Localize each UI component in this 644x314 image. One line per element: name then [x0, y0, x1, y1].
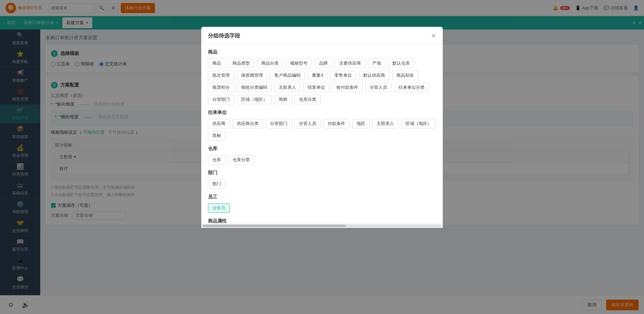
hscroll-thumb — [203, 225, 346, 227]
tag-goods-24[interactable]: 简称 — [274, 95, 292, 104]
tag-partner-6[interactable]: 主联系人 — [372, 119, 398, 128]
tag-goods-7[interactable]: 默认仓库 — [388, 59, 414, 68]
field-tags-partner: 供应商 供应商分类 分管部门 分管人员 付款条件 地区 主联系人 区域（地区） … — [208, 119, 436, 140]
tag-goods-16[interactable]: 税收分类编码 — [237, 83, 272, 92]
tag-employee-0[interactable]: 业务员 — [208, 203, 230, 213]
modal-overlay: 分组待选字段 ✕ 商品 商品 商品类型 商品分类 规格型号 品牌 主要供应商 产… — [0, 0, 644, 314]
modal-close-button[interactable]: ✕ — [431, 32, 436, 40]
tag-partner-1[interactable]: 供应商分类 — [232, 119, 263, 128]
tag-goods-0[interactable]: 商品 — [208, 59, 225, 68]
field-tags-employee: 业务员 — [208, 203, 436, 213]
tag-goods-18[interactable]: 结算单位 — [303, 83, 329, 92]
tag-goods-19[interactable]: 收付款条件 — [332, 83, 363, 92]
modal-hscrollbar[interactable] — [201, 224, 443, 228]
tag-partner-7[interactable]: 区域（地区） — [401, 119, 436, 128]
tag-goods-10[interactable]: 客户商品编码 — [270, 71, 305, 80]
tag-goods-20[interactable]: 分管人员 — [365, 83, 391, 92]
section-title-goods-attr: 商品属性 — [208, 218, 436, 224]
tag-goods-17[interactable]: 主联系人 — [274, 83, 301, 92]
tag-goods-12[interactable]: 零售单位 — [330, 71, 356, 80]
tag-goods-1[interactable]: 商品类型 — [228, 59, 254, 68]
tag-partner-0[interactable]: 供应商 — [208, 119, 230, 128]
tag-warehouse-1[interactable]: 仓库分类 — [228, 155, 254, 165]
tag-goods-15[interactable]: 拣货积分 — [208, 83, 234, 92]
hscroll-track — [203, 225, 441, 227]
field-tags-goods: 商品 商品类型 商品分类 规格型号 品牌 主要供应商 产地 默认仓库 批次管理 … — [208, 59, 436, 104]
tag-goods-4[interactable]: 品牌 — [315, 59, 332, 68]
section-title-partner: 往来单位 — [208, 110, 436, 116]
tag-goods-5[interactable]: 主要供应商 — [335, 59, 365, 68]
tag-goods-21[interactable]: 往来单位分类 — [394, 83, 429, 92]
modal-body: 商品 商品 商品类型 商品分类 规格型号 品牌 主要供应商 产地 默认仓库 批次… — [201, 44, 443, 224]
tag-goods-25[interactable]: 仓库分类 — [294, 95, 321, 104]
tag-goods-6[interactable]: 产地 — [368, 59, 385, 68]
tag-goods-14[interactable]: 商品别名 — [392, 71, 418, 80]
tag-partner-8[interactable]: 简称 — [208, 131, 225, 140]
tag-goods-11[interactable]: 重量3 — [308, 71, 327, 80]
tag-partner-4[interactable]: 付款条件 — [323, 119, 350, 128]
section-title-department: 部门 — [208, 170, 436, 176]
tag-partner-5[interactable]: 地区 — [352, 119, 370, 128]
tag-goods-2[interactable]: 商品分类 — [257, 59, 283, 68]
section-title-goods: 商品 — [208, 49, 436, 55]
modal-header: 分组待选字段 ✕ — [201, 27, 443, 44]
tag-goods-9[interactable]: 保质期管理 — [237, 71, 267, 80]
modal-title: 分组待选字段 — [208, 33, 240, 40]
tag-goods-22[interactable]: 分管部门 — [208, 95, 234, 104]
tag-partner-2[interactable]: 分管部门 — [266, 119, 292, 128]
tag-department-0[interactable]: 部门 — [208, 179, 225, 189]
tag-partner-3[interactable]: 分管人员 — [294, 119, 321, 128]
tag-goods-3[interactable]: 规格型号 — [286, 59, 312, 68]
section-title-employee: 员工 — [208, 194, 436, 200]
field-tags-department: 部门 — [208, 179, 436, 189]
tag-goods-13[interactable]: 默认供应商 — [359, 71, 389, 80]
modal: 分组待选字段 ✕ 商品 商品 商品类型 商品分类 规格型号 品牌 主要供应商 产… — [201, 27, 443, 228]
section-title-warehouse: 仓库 — [208, 146, 436, 152]
field-tags-warehouse: 仓库 仓库分类 — [208, 155, 436, 165]
tag-goods-8[interactable]: 批次管理 — [208, 71, 234, 80]
tag-goods-23[interactable]: 区域（地区） — [237, 95, 272, 104]
tag-warehouse-0[interactable]: 仓库 — [208, 155, 225, 165]
